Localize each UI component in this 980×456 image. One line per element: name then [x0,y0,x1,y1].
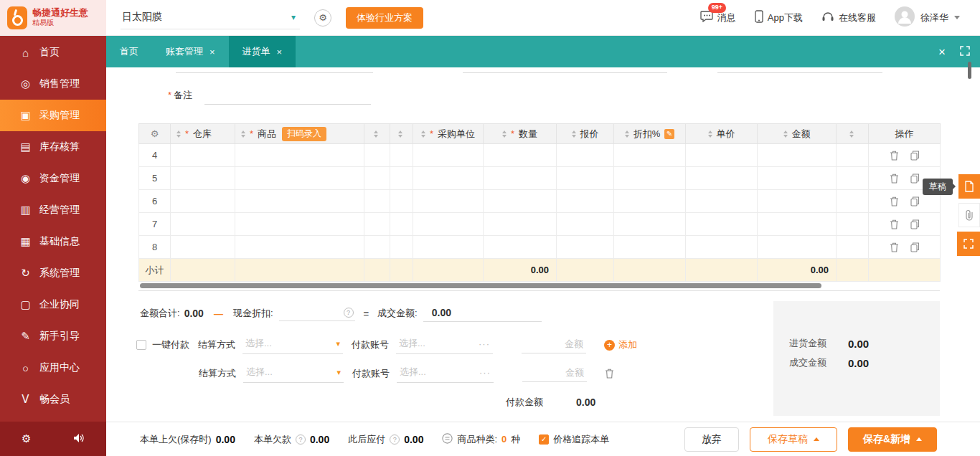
horizontal-scrollbar[interactable] [140,283,821,288]
copy-row-icon[interactable] [910,151,920,161]
cell-extra[interactable] [364,213,390,236]
copy-row-icon[interactable] [910,174,920,184]
copy-row-icon[interactable] [910,242,920,252]
cell-amount[interactable] [758,167,837,190]
add-payment-row-button[interactable]: + 添加 [604,338,637,351]
cell-discount[interactable] [614,190,686,213]
cell-price[interactable] [686,144,758,167]
delete-row-icon[interactable] [890,196,899,206]
sidebar-item-collaboration[interactable]: ▢企业协同 [0,289,106,320]
sidebar-item-member[interactable]: Ⅴ畅会员 [0,384,106,415]
settings-gear-icon[interactable]: ⚙ [22,432,31,445]
cell-discount[interactable] [614,167,686,190]
cell-extra[interactable] [837,144,869,167]
user-menu[interactable]: 徐泽华 [895,6,960,29]
sort-icon[interactable] [241,130,245,138]
settlement-method-select[interactable]: 选择... ▾ [242,336,343,354]
cell-quote[interactable] [557,167,614,190]
account-settings-button[interactable]: ⚙ [314,9,331,27]
col-quantity[interactable]: *数量 [484,124,557,144]
delete-row-icon[interactable] [890,151,899,161]
cell-unit[interactable] [413,167,484,190]
close-icon[interactable]: × [209,47,215,57]
col-discount[interactable]: 折扣%✎ [614,124,686,144]
copy-row-icon[interactable] [910,219,920,229]
sort-icon[interactable] [572,130,576,138]
grid-settings-column[interactable]: ⚙ [139,124,171,144]
cell-quantity[interactable] [484,190,557,213]
cell-warehouse[interactable] [171,236,235,259]
tab-home[interactable]: 首页 [106,36,152,67]
cell-extra[interactable] [837,236,869,259]
cell-extra[interactable] [390,213,413,236]
payment-amount-input[interactable] [522,366,587,382]
draft-float-button[interactable] [958,174,980,199]
cell-extra[interactable] [390,167,413,190]
cell-warehouse[interactable] [171,213,235,236]
sidebar-item-sales[interactable]: ◎销售管理 [0,68,106,100]
sidebar-item-funds[interactable]: ◉资金管理 [0,163,106,194]
sort-icon[interactable] [849,130,854,138]
price-track-checkbox[interactable]: ✓ [539,434,549,445]
cell-product[interactable] [235,144,364,167]
delete-row-icon[interactable] [890,174,899,184]
abandon-button[interactable]: 放弃 [684,427,739,452]
fullscreen-icon[interactable] [960,46,970,58]
tab-purchase-order[interactable]: 进货单× [229,36,296,67]
sidebar-item-home[interactable]: ⌂首页 [0,37,106,68]
online-service-button[interactable]: 在线客服 [821,11,876,24]
cell-extra[interactable] [390,236,413,259]
cell-unit[interactable] [413,236,484,259]
cell-product[interactable] [235,190,364,213]
cell-amount[interactable] [758,213,837,236]
cell-price[interactable] [686,213,758,236]
sort-icon[interactable] [625,130,629,138]
col-purchase-unit[interactable]: *采购单位 [413,124,484,144]
sort-icon[interactable] [502,130,507,138]
sort-icon[interactable] [398,130,402,138]
sidebar-item-guide[interactable]: ✎新手引导 [0,320,106,352]
sort-icon[interactable] [421,130,425,138]
save-and-new-button[interactable]: 保存&新增 [848,427,937,452]
cell-extra[interactable] [364,167,390,190]
cell-warehouse[interactable] [171,190,235,213]
cell-product[interactable] [235,167,364,190]
help-icon[interactable]: ? [296,434,306,445]
cell-amount[interactable] [758,190,837,213]
cell-extra[interactable] [364,144,390,167]
sidebar-item-operations[interactable]: ▥经营管理 [0,194,106,226]
close-all-icon[interactable]: × [938,46,946,58]
cell-quantity[interactable] [484,236,557,259]
copy-row-icon[interactable] [910,196,920,206]
payment-amount-input[interactable] [522,337,586,353]
one-click-pay-checkbox[interactable] [136,340,146,350]
payment-account-select[interactable]: 选择... ··· [396,336,493,354]
cell-warehouse[interactable] [171,144,235,167]
expand-float-button[interactable] [957,232,980,256]
cell-extra[interactable] [364,190,390,213]
cell-discount[interactable] [614,236,686,259]
messages-button[interactable]: 99+ 消息 [700,11,736,24]
tab-account-mgmt[interactable]: 账套管理× [152,36,229,67]
cell-unit[interactable] [413,144,484,167]
cell-price[interactable] [686,190,758,213]
col-warehouse[interactable]: *仓库 [171,124,235,144]
attachment-float-button[interactable] [958,203,980,227]
remark-input[interactable] [204,86,371,105]
delete-row-icon[interactable] [890,242,899,252]
cell-extra[interactable] [837,190,869,213]
sidebar-item-purchase[interactable]: ▣采购管理 [0,100,106,131]
cell-extra[interactable] [837,213,869,236]
scan-entry-button[interactable]: 扫码录入 [282,127,326,141]
sidebar-item-app-center[interactable]: ○应用中心 [0,352,106,384]
sidebar-item-inventory[interactable]: ▤库存核算 [0,131,106,163]
cell-quantity[interactable] [484,167,557,190]
cell-extra[interactable] [390,144,413,167]
sort-icon[interactable] [783,130,788,138]
save-draft-button[interactable]: 保存草稿 [750,427,837,452]
sidebar-item-basic-info[interactable]: ▦基础信息 [0,226,106,257]
col-hidden-2[interactable] [390,124,413,144]
cell-price[interactable] [686,167,758,190]
col-hidden-3[interactable] [837,124,869,144]
more-options-icon[interactable]: ··· [479,367,491,378]
